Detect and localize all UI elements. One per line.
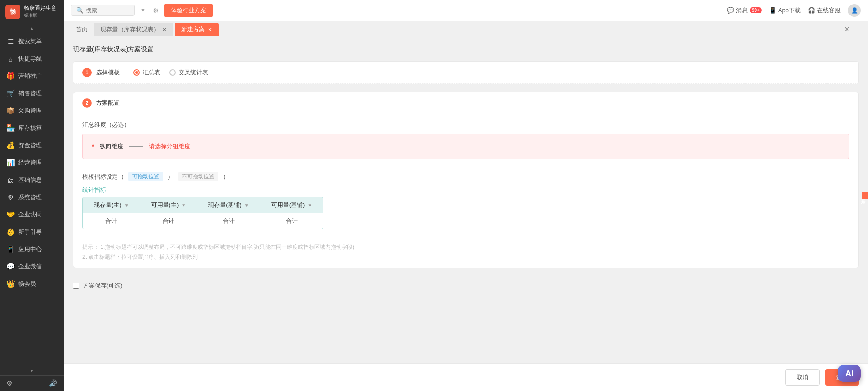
step1-label: 选择模板 [96, 68, 120, 77]
sidebar-item-search-menu[interactable]: ☰ 搜索菜单 [0, 33, 64, 50]
stats-thead: 现存量(主) ▼ 合计 可用量(主) ▼ 合计 [83, 197, 323, 229]
search-input[interactable] [86, 7, 123, 14]
stats-col-1: 可用量(主) ▼ 合计 [140, 197, 198, 229]
sidebar-scroll-up[interactable]: ▲ [0, 24, 64, 33]
stats-header-label-0: 现存量(主) [94, 201, 122, 209]
chevron-down-icon-1: ▼ [181, 203, 186, 208]
sidebar-item-system[interactable]: ⚙ 系统管理 [0, 189, 64, 206]
sidebar-logo: 畅 畅康通好生意 标准版 [0, 0, 64, 24]
finance-icon: 💰 [6, 141, 15, 149]
inventory-icon: 🏪 [6, 124, 15, 132]
sidebar-item-label: 采购管理 [18, 107, 42, 115]
member-icon: 👑 [6, 280, 15, 288]
step2-header: 2 方案配置 [73, 92, 858, 114]
sidebar-item-label: 搜索菜单 [18, 37, 42, 46]
stats-th-2[interactable]: 现存量(基辅) ▼ [197, 197, 260, 213]
marketing-icon: 🎁 [6, 72, 15, 80]
app-center-icon: 📱 [6, 245, 15, 253]
basic-info-icon: 🗂 [6, 176, 15, 184]
save-row: 方案保存(可选) [73, 275, 859, 296]
sidebar-item-finance[interactable]: 💰 资金管理 [0, 137, 64, 154]
sidebar-item-guide[interactable]: 👶 新手引导 [0, 223, 64, 241]
sidebar-item-cooperation[interactable]: 🤝 企业协同 [0, 206, 64, 223]
main-area: 🔍 ▼ ⚙ 体验行业方案 💬 消息 99+ 📱 App下载 🎧 在线客服 👤 [64, 0, 868, 391]
dimension-section: 汇总维度（必选） * 纵向维度 —— 请选择分组维度 [73, 114, 858, 165]
trial-plan-button[interactable]: 体验行业方案 [164, 4, 213, 17]
app-name: 畅康通好生意 [24, 5, 56, 12]
sidebar-scroll-down[interactable]: ▼ [0, 366, 64, 375]
cancel-button[interactable]: 取消 [785, 369, 820, 386]
stats-col-0: 现存量(主) ▼ 合计 [83, 197, 140, 229]
step2-label: 方案配置 [96, 99, 120, 107]
tab-inventory-status[interactable]: 现存量（库存状况表） ✕ [94, 23, 173, 36]
dim-arrow: —— [129, 142, 143, 150]
settings-icon[interactable]: ⚙ [6, 379, 12, 387]
radio-cross[interactable]: 交叉统计表 [169, 68, 208, 77]
tab-inventory-close-icon[interactable]: ✕ [162, 26, 167, 33]
step1-number: 1 [82, 68, 92, 77]
quick-nav-icon: ⌂ [6, 55, 15, 63]
tab-new-plan-close-icon[interactable]: ✕ [208, 26, 212, 33]
save-checkbox[interactable] [73, 283, 79, 289]
sidebar-item-member[interactable]: 👑 畅会员 [0, 275, 64, 293]
sidebar-item-management[interactable]: 📊 经营管理 [0, 154, 64, 171]
indicator-settings-label: 模板指标设定（ 可拖动位置 ） 不可拖动位置 ） [82, 172, 849, 181]
sales-icon: 🛒 [6, 89, 15, 98]
chevron-down-icon-3: ▼ [307, 203, 312, 208]
chevron-down-icon-0: ▼ [124, 203, 129, 208]
ai-float-button[interactable]: Ai [838, 365, 861, 382]
stats-td-2: 合计 [197, 213, 260, 229]
radio-summary[interactable]: 汇总表 [133, 68, 160, 77]
right-edge-button[interactable]: 展开 [862, 192, 868, 199]
step2-section: 2 方案配置 汇总维度（必选） * 纵向维度 —— 请选择分组维度 [73, 92, 859, 268]
tab-home[interactable]: 首页 [71, 23, 92, 36]
window-close-icon[interactable]: ✕ [844, 25, 850, 34]
stats-col-2: 现存量(基辅) ▼ 合计 [197, 197, 260, 229]
topbar-right: 💬 消息 99+ 📱 App下载 🎧 在线客服 👤 [727, 4, 861, 17]
tips-section: 提示： 1.拖动标题栏可以调整布局，不可跨维度或指标区域拖动栏目字段(只能在同一… [73, 237, 858, 268]
sidebar-item-basic-info[interactable]: 🗂 基础信息 [0, 171, 64, 189]
app-download-icon: 📱 [769, 7, 776, 14]
stats-th-0[interactable]: 现存量(主) ▼ [83, 197, 140, 213]
customer-service-button[interactable]: 🎧 在线客服 [808, 6, 841, 15]
topbar-gear-icon[interactable]: ⚙ [153, 7, 159, 14]
page-title: 现存量(库存状况表)方案设置 [73, 46, 859, 54]
sidebar-item-marketing[interactable]: 🎁 营销推广 [0, 67, 64, 85]
sidebar-item-label: 系统管理 [18, 193, 42, 201]
stats-th-3[interactable]: 可用量(基辅) ▼ [260, 197, 323, 213]
stats-th-1[interactable]: 可用量(主) ▼ [140, 197, 197, 213]
tab-new-plan[interactable]: 新建方案 ✕ [175, 23, 219, 36]
app-download-button[interactable]: 📱 App下载 [769, 6, 801, 15]
window-expand-icon[interactable]: ⛶ [853, 26, 861, 34]
messages-button[interactable]: 💬 消息 99+ [727, 6, 762, 15]
radio-cross-circle [169, 69, 176, 76]
volume-icon[interactable]: 🔊 [49, 379, 57, 387]
dimension-label: 汇总维度（必选） [82, 121, 849, 129]
messages-label: 消息 [736, 6, 748, 15]
sidebar-item-sales[interactable]: 🛒 销售管理 [0, 85, 64, 102]
tab-inventory-label: 现存量（库存状况表） [100, 26, 159, 34]
sidebar-item-label: 经营管理 [18, 159, 42, 167]
sidebar-item-wechat[interactable]: 💬 企业微信 [0, 258, 64, 275]
tips-title: 提示： [82, 244, 99, 250]
sidebar-item-app-center[interactable]: 📱 应用中心 [0, 241, 64, 258]
customer-service-icon: 🎧 [808, 7, 815, 14]
dimension-picker[interactable]: * 纵向维度 —— 请选择分组维度 [82, 134, 849, 159]
sidebar-item-label: 基础信息 [18, 176, 42, 184]
app-download-label: App下载 [778, 6, 801, 15]
stats-td-3: 合计 [260, 213, 323, 229]
sidebar-item-inventory[interactable]: 🏪 库存核算 [0, 119, 64, 137]
guide-icon: 👶 [6, 228, 15, 236]
stats-header-label-2: 现存量(基辅) [208, 201, 242, 209]
purchase-icon: 📦 [6, 107, 15, 115]
stats-td-1: 合计 [140, 213, 197, 229]
tab-new-plan-label: 新建方案 [181, 26, 205, 34]
dropdown-arrow-icon[interactable]: ▼ [140, 7, 146, 14]
sidebar: 畅 畅康通好生意 标准版 ▲ ☰ 搜索菜单 ⌂ 快捷导航 🎁 营销推广 🛒 销售… [0, 0, 64, 391]
dim-placeholder: 请选择分组维度 [149, 142, 190, 150]
user-avatar[interactable]: 👤 [848, 4, 861, 17]
sidebar-item-purchase[interactable]: 📦 采购管理 [0, 102, 64, 119]
sidebar-item-quick-nav[interactable]: ⌂ 快捷导航 [0, 50, 64, 67]
sidebar-item-label: 库存核算 [18, 124, 42, 132]
topbar-search-box[interactable]: 🔍 [71, 5, 135, 16]
